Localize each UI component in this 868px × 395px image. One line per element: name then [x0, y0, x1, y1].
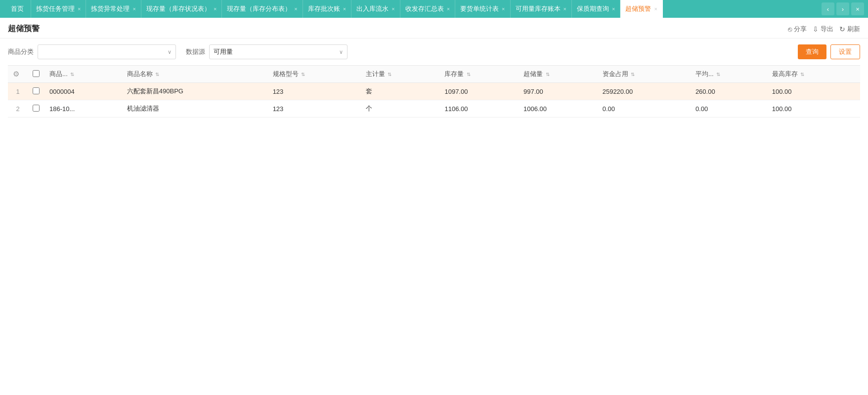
col-spec[interactable]: 规格型号 ⇅ [268, 66, 361, 83]
export-icon: ⇩ [813, 25, 819, 33]
cell-overstock: 997.00 [519, 83, 598, 100]
page-actions: ⎋ 分享 ⇩ 导出 ↻ 刷新 [788, 25, 860, 34]
sort-product-name-icon: ⇅ [155, 72, 159, 77]
close-tab-stock-status[interactable]: × [214, 6, 217, 12]
settings-button[interactable]: 设置 [830, 44, 860, 59]
tab-requisition[interactable]: 要货单统计表 × [455, 0, 510, 18]
export-button[interactable]: ⇩ 导出 [813, 25, 833, 34]
close-tab-available[interactable]: × [564, 6, 566, 12]
col-capital[interactable]: 资金占用 ⇅ [598, 66, 691, 83]
tab-stock-dist[interactable]: 现存量（库存分布表） × [222, 0, 303, 18]
page-title: 超储预警 [8, 24, 40, 34]
cell-stock: 1106.00 [439, 100, 519, 118]
cell-spec: 123 [268, 83, 361, 100]
cell-avg: 0.00 [691, 100, 767, 118]
overstock-table: ⚙ 商品... ⇅ 商品名称 ⇅ 规格型号 ⇅ [8, 65, 860, 118]
cell-capital: 259220.00 [598, 83, 691, 100]
cell-product-code: 186-10... [44, 100, 122, 118]
select-all-checkbox[interactable] [33, 70, 40, 77]
close-tab-overstock[interactable]: × [654, 6, 657, 12]
query-button[interactable]: 查询 [798, 44, 826, 59]
cell-product-code: 0000004 [44, 83, 122, 100]
col-unit[interactable]: 主计量 ⇅ [361, 66, 440, 83]
col-stock[interactable]: 库存量 ⇅ [439, 66, 519, 83]
cell-capital: 0.00 [598, 100, 691, 118]
col-product-name[interactable]: 商品名称 ⇅ [122, 66, 268, 83]
close-tab-summary[interactable]: × [447, 6, 450, 12]
cell-max-stock: 100.00 [767, 100, 860, 118]
tab-batch[interactable]: 库存批次账 × [303, 0, 351, 18]
tab-pickjob[interactable]: 拣货任务管理 × [31, 0, 86, 18]
table-header-row: ⚙ 商品... ⇅ 商品名称 ⇅ 规格型号 ⇅ [8, 66, 860, 83]
cell-unit: 个 [361, 100, 440, 118]
row-checkbox-1[interactable] [33, 105, 40, 112]
tab-prev-button[interactable]: ‹ [822, 2, 834, 15]
close-tab-batch[interactable]: × [343, 6, 346, 12]
col-avg[interactable]: 平均... ⇅ [691, 66, 767, 83]
tab-pickexc[interactable]: 拣货异常处理 × [86, 0, 141, 18]
data-source-label: 数据源 [186, 47, 205, 56]
tab-available[interactable]: 可用量库存账本 × [511, 0, 572, 18]
page-header: 超储预警 ⎋ 分享 ⇩ 导出 ↻ 刷新 [0, 18, 868, 39]
sort-avg-icon: ⇅ [716, 72, 720, 77]
tab-overstock[interactable]: 超储预警 × [620, 0, 662, 18]
tab-inout[interactable]: 出入库流水 × [351, 0, 400, 18]
row-checkbox-cell [28, 100, 44, 118]
data-source-arrow-icon: ∨ [339, 49, 343, 55]
share-icon: ⎋ [788, 25, 792, 33]
product-category-arrow-icon: ∨ [168, 49, 172, 55]
cell-overstock: 1006.00 [519, 100, 598, 118]
sort-spec-icon: ⇅ [301, 72, 305, 77]
tab-bar: 首页 拣货任务管理 × 拣货异常处理 × 现存量（库存状况表） × 现存量（库存… [0, 0, 868, 18]
cell-avg: 260.00 [691, 83, 767, 100]
data-source-filter: 数据源 可用量 ∨ [186, 44, 347, 59]
filter-buttons: 查询 设置 [798, 44, 860, 59]
tab-stock-status[interactable]: 现存量（库存状况表） × [141, 0, 222, 18]
close-tab-requisition[interactable]: × [502, 6, 505, 12]
sort-unit-icon: ⇅ [388, 72, 391, 77]
table-settings-icon[interactable]: ⚙ [13, 70, 19, 78]
tab-next-button[interactable]: › [836, 2, 849, 15]
cell-product-name: 六配套新昌490BPG [122, 83, 268, 100]
filter-bar: 商品分类 ∨ 数据源 可用量 ∨ 查询 设置 [0, 39, 868, 65]
tab-expiry[interactable]: 保质期查询 × [572, 0, 620, 18]
cell-stock: 1097.00 [439, 83, 519, 100]
sort-capital-icon: ⇅ [631, 72, 635, 77]
cell-unit: 套 [361, 83, 440, 100]
product-category-select[interactable]: ∨ [38, 44, 176, 59]
col-max-stock[interactable]: 最高库存 ⇅ [767, 66, 860, 83]
col-product-code[interactable]: 商品... ⇅ [44, 66, 122, 83]
tab-summary[interactable]: 收发存汇总表 × [400, 0, 455, 18]
sort-max-stock-icon: ⇅ [800, 72, 804, 77]
col-checkbox [28, 66, 44, 83]
row-number: 1 [8, 83, 28, 100]
row-checkbox-0[interactable] [33, 87, 40, 94]
sort-stock-icon: ⇅ [467, 72, 471, 77]
sort-overstock-icon: ⇅ [546, 72, 550, 77]
main-content: 超储预警 ⎋ 分享 ⇩ 导出 ↻ 刷新 商品分类 ∨ 数据源 [0, 18, 868, 395]
share-button[interactable]: ⎋ 分享 [788, 25, 807, 34]
tab-close-button[interactable]: × [851, 2, 864, 15]
close-tab-inout[interactable]: × [391, 6, 394, 12]
export-label: 导出 [821, 25, 833, 34]
tab-home[interactable]: 首页 [4, 0, 31, 18]
refresh-icon: ↻ [839, 25, 845, 33]
table-container: ⚙ 商品... ⇅ 商品名称 ⇅ 规格型号 ⇅ [0, 65, 868, 118]
refresh-button[interactable]: ↻ 刷新 [839, 25, 860, 34]
sort-product-code-icon: ⇅ [70, 72, 74, 77]
cell-product-name: 机油滤清器 [122, 100, 268, 118]
data-source-select[interactable]: 可用量 ∨ [209, 44, 347, 59]
cell-max-stock: 100.00 [767, 83, 860, 100]
close-tab-stock-dist[interactable]: × [294, 6, 297, 12]
table-row: 1 0000004 六配套新昌490BPG 123 套 1097.00 997.… [8, 83, 860, 100]
product-category-label: 商品分类 [8, 47, 34, 56]
col-overstock[interactable]: 超储量 ⇅ [519, 66, 598, 83]
share-label: 分享 [794, 25, 807, 34]
close-tab-pickjob[interactable]: × [78, 6, 81, 12]
tab-navigation: ‹ › × [820, 2, 864, 15]
product-category-filter: 商品分类 ∨ [8, 44, 176, 59]
refresh-label: 刷新 [847, 25, 860, 34]
close-tab-pickexc[interactable]: × [132, 6, 135, 12]
table-row: 2 186-10... 机油滤清器 123 个 1106.00 1006.00 … [8, 100, 860, 118]
close-tab-expiry[interactable]: × [612, 6, 615, 12]
